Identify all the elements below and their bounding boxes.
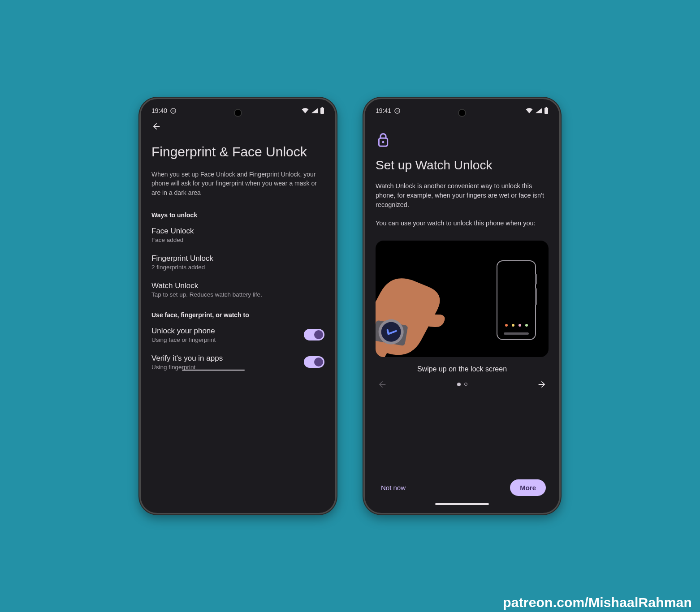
- dnd-icon: [394, 108, 401, 114]
- row-sub: 2 fingerprints added: [151, 264, 324, 271]
- row-verify-apps[interactable]: Verify it's you in apps Using fingerprin…: [151, 354, 324, 371]
- row-watch-unlock[interactable]: Watch Unlock Tap to set up. Reduces watc…: [151, 281, 324, 298]
- svg-rect-3: [321, 107, 323, 108]
- phone-right: 19:41 Set up Watch Unlock: [363, 98, 561, 514]
- more-button[interactable]: More: [510, 479, 546, 496]
- svg-point-9: [382, 141, 385, 143]
- row-title: Unlock your phone: [151, 327, 298, 336]
- camera-hole: [458, 109, 466, 117]
- signal-icon: [535, 108, 542, 114]
- next-arrow[interactable]: [537, 379, 547, 389]
- toggle-verify-apps[interactable]: [304, 356, 324, 368]
- lock-icon: [376, 120, 549, 158]
- illustration-watch-unlock: [376, 241, 549, 357]
- battery-icon: [320, 107, 324, 114]
- row-fingerprint-unlock[interactable]: Fingerprint Unlock 2 fingerprints added: [151, 254, 324, 271]
- illustration-caption: Swipe up on the lock screen: [376, 365, 549, 373]
- row-title: Watch Unlock: [151, 281, 324, 290]
- page-description-2: You can use your watch to unlock this ph…: [376, 219, 549, 228]
- svg-rect-7: [545, 107, 547, 108]
- dnd-icon: [170, 108, 177, 114]
- prev-arrow[interactable]: [377, 379, 387, 389]
- row-title: Face Unlock: [151, 227, 324, 236]
- illustration-dots: [497, 324, 535, 327]
- battery-icon: [544, 107, 549, 114]
- back-button[interactable]: [151, 120, 324, 144]
- row-unlock-phone[interactable]: Unlock your phone Using face or fingerpr…: [151, 327, 324, 343]
- scroll-indicator: [182, 370, 245, 371]
- section-ways-to-unlock: Ways to unlock: [151, 211, 324, 219]
- gesture-bar: [435, 503, 489, 505]
- row-title: Verify it's you in apps: [151, 354, 298, 363]
- wifi-icon: [301, 108, 309, 114]
- page-indicator: [457, 383, 467, 386]
- status-time: 19:41: [376, 107, 391, 114]
- wifi-icon: [525, 108, 533, 114]
- not-now-button[interactable]: Not now: [378, 479, 408, 496]
- row-face-unlock[interactable]: Face Unlock Face added: [151, 227, 324, 243]
- svg-rect-2: [320, 108, 324, 114]
- page-title: Set up Watch Unlock: [376, 158, 549, 172]
- watermark: patreon.com/MishaalRahman: [503, 595, 692, 610]
- camera-hole: [234, 109, 242, 117]
- illustration-phone: [497, 260, 536, 340]
- row-title: Fingerprint Unlock: [151, 254, 324, 263]
- row-sub: Using face or fingerprint: [151, 336, 298, 343]
- row-sub: Face added: [151, 237, 324, 243]
- section-use-to: Use face, fingerprint, or watch to: [151, 311, 324, 319]
- toggle-unlock-phone[interactable]: [304, 329, 324, 340]
- page-title: Fingerprint & Face Unlock: [151, 144, 324, 160]
- signal-icon: [311, 108, 318, 114]
- phone-left: 19:40 Fingerprint & Face Unlock When you…: [139, 98, 337, 514]
- status-time: 19:40: [151, 107, 167, 114]
- page-description: When you set up Face Unlock and Fingerpr…: [151, 170, 324, 197]
- page-description-1: Watch Unlock is another convenient way t…: [376, 181, 549, 210]
- svg-rect-6: [544, 108, 548, 114]
- row-sub: Tap to set up. Reduces watch battery lif…: [151, 291, 324, 298]
